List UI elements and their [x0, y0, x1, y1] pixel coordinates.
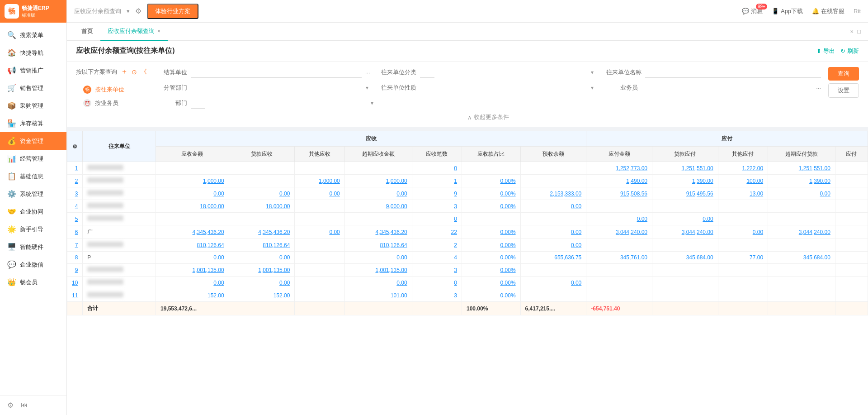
table-cell[interactable]: 810,126.64 [344, 239, 412, 252]
jiesuan-input[interactable] [191, 67, 362, 78]
table-cell[interactable]: 9,000.00 [344, 200, 412, 213]
table-cell[interactable]: 1,000.00 [344, 175, 412, 187]
table-cell[interactable]: 4,345,436.20 [229, 225, 295, 239]
sidebar-item-purchase[interactable]: 📦 采购管理 [0, 97, 66, 114]
table-cell[interactable]: 0.00 [520, 239, 586, 252]
table-cell[interactable]: 11 [67, 289, 83, 302]
settings-icon[interactable]: ⚙ [7, 401, 14, 410]
salesperson-dots[interactable]: ··· [816, 85, 821, 91]
table-cell[interactable]: 0.00% [462, 289, 520, 302]
sidebar-item-wechat[interactable]: 💬 企业微信 [0, 256, 66, 273]
user-avatar[interactable]: Rit [854, 8, 861, 14]
table-cell[interactable]: 77.00 [718, 252, 768, 264]
table-cell[interactable]: 4,345,436.20 [344, 225, 412, 239]
table-cell[interactable]: 0.00 [156, 252, 229, 264]
sidebar-item-system[interactable]: ⚙️ 系统管理 [0, 185, 66, 203]
table-cell[interactable]: 5 [67, 213, 83, 225]
table-cell[interactable]: 0.00% [462, 175, 520, 187]
scheme-by-salesperson[interactable]: ⏰ 按业务员 [80, 97, 145, 109]
table-cell[interactable]: 0.00 [768, 187, 835, 200]
scheme-by-partner[interactable]: 畅 按往来单位 [80, 84, 145, 95]
table-cell[interactable]: 1 [412, 175, 462, 187]
table-cell[interactable]: 1,252,773.00 [586, 162, 652, 175]
table-cell[interactable]: 2 [412, 239, 462, 252]
add-scheme-btn[interactable]: ＋ [121, 67, 128, 76]
table-cell[interactable]: 8 [67, 252, 83, 264]
sidebar-item-sales[interactable]: 🛒 销售管理 [0, 79, 66, 97]
expand-icon[interactable]: □ [857, 28, 861, 35]
salesperson-input[interactable] [642, 82, 812, 93]
table-cell[interactable]: 1,222.00 [718, 162, 768, 175]
table-cell[interactable]: 1,490.00 [586, 175, 652, 187]
set-button[interactable]: 设置 [828, 83, 859, 98]
sidebar-item-inventory[interactable]: 🏪 库存核算 [0, 114, 66, 132]
table-cell[interactable]: 345,684.00 [768, 252, 835, 264]
table-cell[interactable]: 1,001,135.00 [156, 264, 229, 277]
collapse-icon[interactable]: ⏮ [21, 401, 28, 410]
table-cell[interactable]: 0.00 [520, 277, 586, 289]
table-cell[interactable]: 0.00% [462, 277, 520, 289]
gear-icon[interactable]: ⚙ [135, 7, 142, 15]
table-cell[interactable]: 4 [412, 252, 462, 264]
table-cell[interactable]: 655,636.75 [520, 252, 586, 264]
table-cell[interactable]: 0.00 [652, 213, 718, 225]
message-button[interactable]: 💬 消息 99+ [742, 7, 763, 15]
table-cell[interactable]: 3,044,240.00 [768, 225, 835, 239]
table-cell[interactable]: 3,044,240.00 [652, 225, 718, 239]
edit-scheme-btn[interactable]: ⊙ [132, 68, 137, 76]
table-cell[interactable]: 4,345,436.20 [156, 225, 229, 239]
refresh-button[interactable]: ↻ 刷新 [840, 47, 859, 55]
table-cell[interactable]: 0 [412, 277, 462, 289]
partner-name-input[interactable] [645, 67, 821, 78]
table-cell[interactable]: 1,000.00 [295, 175, 344, 187]
table-cell[interactable]: 0.00 [229, 187, 295, 200]
table-cell[interactable]: 18,000.00 [156, 200, 229, 213]
table-cell[interactable]: 810,126.64 [156, 239, 229, 252]
table-cell[interactable]: 345,684.00 [652, 252, 718, 264]
table-cell[interactable]: 1,001,135.00 [344, 264, 412, 277]
back-scheme-btn[interactable]: 《 [141, 68, 147, 76]
table-cell[interactable]: 3 [412, 264, 462, 277]
table-cell[interactable]: 101.00 [344, 289, 412, 302]
sidebar-item-search[interactable]: 🔍 搜索菜单 [0, 26, 66, 44]
table-cell[interactable]: 0.00 [229, 277, 295, 289]
sidebar-item-marketing[interactable]: 📢 营销推广 [0, 62, 66, 79]
sidebar-item-basic[interactable]: 📋 基础信息 [0, 167, 66, 185]
table-cell[interactable]: 100.00 [718, 175, 768, 187]
table-cell[interactable]: 3,044,240.00 [586, 225, 652, 239]
dept-select[interactable] [191, 98, 205, 109]
table-cell[interactable]: 18,000.00 [229, 200, 295, 213]
table-cell[interactable]: 22 [412, 225, 462, 239]
table-cell[interactable]: 1,001,135.00 [229, 264, 295, 277]
table-cell[interactable]: 0.00 [718, 225, 768, 239]
promo-button[interactable]: 体验行业方案 [147, 4, 198, 19]
tab-receivable[interactable]: 应收应付余额查询 × [100, 23, 168, 41]
table-cell[interactable]: 9 [412, 187, 462, 200]
subdept-select[interactable] [191, 82, 205, 93]
table-cell[interactable]: 0.00% [462, 225, 520, 239]
table-cell[interactable]: 0.00 [156, 277, 229, 289]
footer-recv-total[interactable]: 19,553,472,6... [156, 302, 229, 315]
table-cell[interactable]: 0.00% [462, 187, 520, 200]
app-download-button[interactable]: 📱 App下载 [772, 7, 803, 15]
table-cell[interactable]: 345,761.00 [586, 252, 652, 264]
table-cell[interactable]: 0.00 [344, 187, 412, 200]
query-button[interactable]: 查询 [828, 67, 859, 81]
table-cell[interactable]: 0.00 [156, 187, 229, 200]
table-cell[interactable]: 1,251,551.00 [768, 162, 835, 175]
sidebar-item-guide[interactable]: 🌟 新手引导 [0, 220, 66, 238]
table-cell[interactable]: 915,508.56 [586, 187, 652, 200]
table-cell[interactable]: 10 [67, 277, 83, 289]
table-cell[interactable]: 4 [67, 200, 83, 213]
table-cell[interactable]: 1,390.00 [768, 175, 835, 187]
table-cell[interactable]: 0.00 [229, 252, 295, 264]
table-cell[interactable]: 0.00 [586, 213, 652, 225]
table-cell[interactable]: 0.00 [344, 277, 412, 289]
table-cell[interactable]: 0.00 [295, 187, 344, 200]
table-cell[interactable]: 1,000.00 [156, 175, 229, 187]
export-button[interactable]: ⬆ 导出 [816, 47, 835, 55]
table-cell[interactable]: 3 [67, 187, 83, 200]
table-cell[interactable]: 152.00 [156, 289, 229, 302]
table-cell[interactable]: 1 [67, 162, 83, 175]
table-cell[interactable]: 9 [67, 264, 83, 277]
